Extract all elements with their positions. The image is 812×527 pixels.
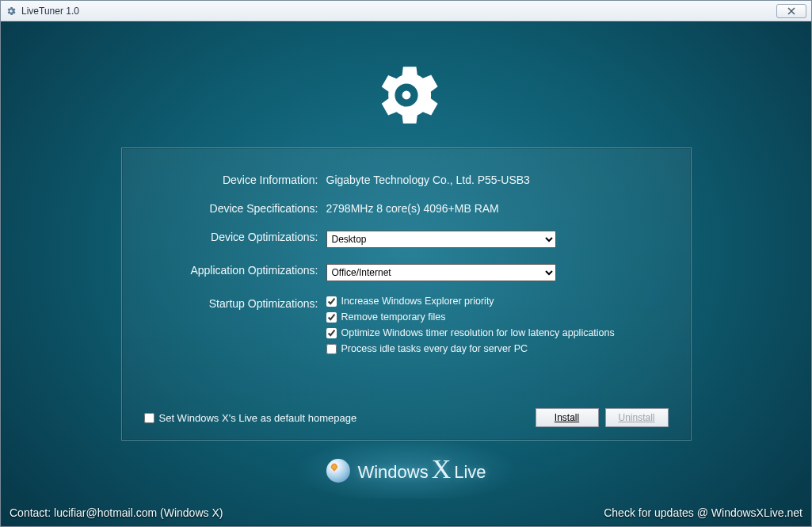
app-icon [6, 6, 17, 17]
titlebar: LiveTuner 1.0 [1, 1, 811, 21]
row-app-opt: Application Optimizations: Office/Intern… [144, 262, 669, 281]
gear-icon [367, 55, 446, 135]
device-specs-label: Device Specifications: [144, 200, 326, 215]
window-title: LiveTuner 1.0 [21, 6, 776, 17]
svg-point-0 [402, 91, 410, 100]
row-device-specs: Device Specifications: 2798MHz 8 core(s)… [144, 200, 669, 215]
startup-checks: Increase Windows Explorer priority Remov… [326, 296, 669, 354]
device-info-label: Device Information: [144, 172, 326, 186]
footer-updates: Check for updates @ WindowsXLive.net [604, 506, 802, 519]
client-area: Device Information: Gigabyte Technology … [1, 21, 811, 526]
startup-check-0[interactable]: Increase Windows Explorer priority [326, 296, 669, 307]
row-startup-opt: Startup Optimizations: Increase Windows … [144, 296, 669, 354]
device-info-value: Gigabyte Technology Co., Ltd. P55-USB3 [326, 172, 669, 186]
row-device-opt: Device Optimizations: Desktop [144, 229, 669, 248]
footer-contact: Contact: lucifiar@hotmail.com (Windows X… [10, 506, 223, 519]
close-button[interactable] [776, 4, 806, 18]
startup-check-3[interactable]: Process idle tasks every day for server … [326, 343, 669, 354]
brand-logo: Windows X Live [326, 458, 486, 483]
row-device-info: Device Information: Gigabyte Technology … [144, 172, 669, 186]
startup-check-1[interactable]: Remove temporary files [326, 311, 669, 323]
device-specs-value: 2798MHz 8 core(s) 4096+MB RAM [326, 200, 669, 215]
app-opt-select[interactable]: Office/Internet [326, 264, 556, 281]
window: LiveTuner 1.0 Device Information: Gigaby… [0, 0, 812, 527]
homepage-checkbox[interactable] [144, 413, 154, 423]
uninstall-button[interactable]: Uninstall [605, 408, 669, 427]
startup-opt-label: Startup Optimizations: [144, 296, 326, 310]
app-opt-label: Application Optimizations: [144, 262, 326, 277]
homepage-check[interactable]: Set Windows X's Live as default homepage [144, 412, 357, 424]
startup-checkbox-1[interactable] [326, 312, 337, 323]
startup-checkbox-2[interactable] [326, 328, 337, 338]
panel-bottom: Set Windows X's Live as default homepage… [144, 402, 669, 427]
device-opt-select[interactable]: Desktop [326, 231, 556, 248]
startup-checkbox-3[interactable] [326, 344, 337, 354]
windows-orb-icon [326, 459, 349, 483]
install-button[interactable]: Install [536, 408, 599, 427]
startup-check-2[interactable]: Optimize Windows timer resolution for lo… [326, 327, 669, 338]
close-icon [787, 7, 795, 15]
device-opt-label: Device Optimizations: [144, 229, 326, 243]
settings-panel: Device Information: Gigabyte Technology … [121, 147, 692, 441]
startup-checkbox-0[interactable] [326, 296, 337, 307]
